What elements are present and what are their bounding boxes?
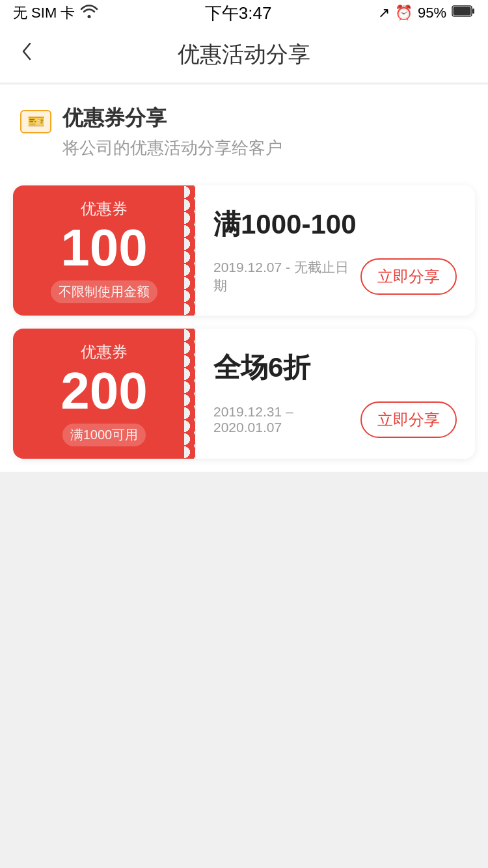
- section-text: 优惠券分享 将公司的优惠活动分享给客户: [62, 104, 282, 159]
- status-time: 下午3:47: [205, 2, 272, 25]
- empty-area: [0, 472, 488, 797]
- coupon-value-2: 200: [61, 365, 147, 417]
- serrated-edge-1: [184, 185, 196, 316]
- coupon-right-2: 全场6折 2019.12.31 – 2020.01.07 立即分享: [195, 329, 475, 459]
- coupon-date-2: 2019.12.31 – 2020.01.07: [213, 404, 360, 435]
- coupon-label-2: 优惠券: [81, 342, 128, 362]
- wifi-icon: [80, 4, 98, 22]
- coupon-date-1: 2019.12.07 - 无截止日期: [213, 258, 360, 295]
- coupon-list: 优惠券 100 不限制使用金额 满1000-100 2019.12.07 - 无…: [0, 172, 488, 472]
- coupon-left-1: 优惠券 100 不限制使用金额: [13, 185, 195, 316]
- share-button-1[interactable]: 立即分享: [360, 258, 457, 295]
- coupon-condition-2: 满1000可用: [62, 424, 146, 446]
- coupon-footer-2: 2019.12.31 – 2020.01.07 立即分享: [213, 401, 457, 438]
- serrated-edge-2: [184, 329, 196, 459]
- coupon-right-1: 满1000-100 2019.12.07 - 无截止日期 立即分享: [195, 185, 475, 316]
- coupon-left-2: 优惠券 200 满1000可用: [13, 329, 195, 459]
- status-bar: 无 SIM 卡 下午3:47 ↗ ⏰ 95%: [0, 0, 488, 26]
- coupon-footer-1: 2019.12.07 - 无截止日期 立即分享: [213, 258, 457, 295]
- section-title: 优惠券分享: [62, 104, 282, 133]
- share-button-2[interactable]: 立即分享: [360, 401, 457, 438]
- svg-text:🎫: 🎫: [27, 113, 46, 130]
- svg-rect-1: [454, 7, 471, 16]
- coupon-card-1: 优惠券 100 不限制使用金额 满1000-100 2019.12.07 - 无…: [13, 185, 475, 316]
- page-title: 优惠活动分享: [178, 40, 310, 70]
- sim-text: 无 SIM 卡: [13, 3, 75, 23]
- section-header: 🎫 优惠券分享 将公司的优惠活动分享给客户: [0, 85, 488, 172]
- svg-rect-2: [472, 8, 474, 14]
- coupon-label-1: 优惠券: [81, 198, 128, 219]
- nav-bar: 优惠活动分享: [0, 26, 488, 83]
- status-right: ↗ ⏰ 95%: [378, 5, 475, 21]
- coupon-condition-1: 不限制使用金额: [51, 280, 157, 303]
- location-icon: ↗: [378, 5, 390, 21]
- back-button[interactable]: [20, 38, 35, 70]
- battery-icon: [452, 5, 475, 21]
- battery-text: 95%: [418, 5, 446, 21]
- coupon-value-1: 100: [61, 222, 147, 274]
- section-description: 将公司的优惠活动分享给客户: [62, 137, 282, 159]
- coupon-card-2: 优惠券 200 满1000可用 全场6折 2019.12.31 – 2020.0…: [13, 329, 475, 459]
- coupon-icon: 🎫: [20, 105, 52, 138]
- coupon-name-2: 全场6折: [213, 349, 457, 386]
- status-left: 无 SIM 卡: [13, 3, 98, 23]
- coupon-name-1: 满1000-100: [213, 206, 457, 243]
- alarm-icon: ⏰: [395, 5, 413, 21]
